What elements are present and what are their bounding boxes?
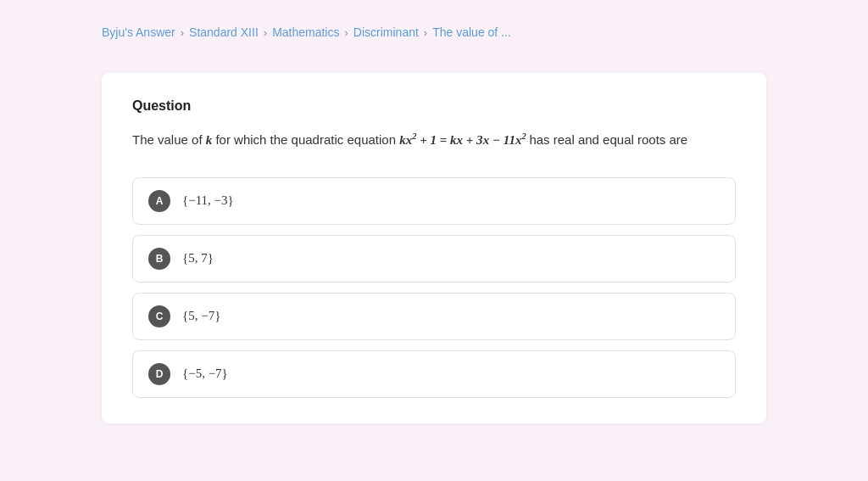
option-c[interactable]: C {5, −7}	[132, 293, 736, 340]
option-a-badge: A	[148, 190, 170, 212]
breadcrumb-sep-1: ›	[181, 26, 184, 39]
option-b-text: {5, 7}	[182, 251, 214, 266]
equation: kx2 + 1 = kx + 3x − 11x2	[399, 133, 529, 147]
breadcrumb-standard-xiii[interactable]: Standard XIII	[189, 25, 259, 39]
variable-k: k	[206, 133, 213, 147]
option-a[interactable]: A {−11, −3}	[132, 177, 736, 225]
breadcrumb-sep-3: ›	[344, 26, 348, 39]
option-a-text: {−11, −3}	[182, 193, 234, 208]
option-c-badge: C	[148, 305, 170, 327]
breadcrumb-mathematics[interactable]: Mathematics	[272, 25, 339, 39]
option-b[interactable]: B {5, 7}	[132, 235, 736, 282]
breadcrumb: Byju's Answer › Standard XIII › Mathemat…	[102, 25, 766, 39]
options-list: A {−11, −3} B {5, 7} C {5, −7} D {−5, −7…	[132, 177, 736, 398]
breadcrumb-sep-2: ›	[264, 26, 267, 39]
question-label: Question	[132, 98, 736, 114]
breadcrumb-current: The value of ...	[432, 25, 511, 39]
option-d[interactable]: D {−5, −7}	[132, 350, 736, 398]
page-container: Byju's Answer › Standard XIII › Mathemat…	[0, 0, 868, 481]
option-b-badge: B	[148, 248, 170, 270]
option-d-badge: D	[148, 363, 170, 385]
option-d-text: {−5, −7}	[182, 366, 228, 381]
breadcrumb-sep-4: ›	[424, 26, 427, 39]
breadcrumb-byjus-answer[interactable]: Byju's Answer	[102, 25, 175, 39]
option-c-text: {5, −7}	[182, 309, 220, 323]
content-card: Question The value of k for which the qu…	[102, 73, 766, 423]
question-text: The value of k for which the quadratic e…	[132, 129, 736, 152]
breadcrumb-discriminant[interactable]: Discriminant	[353, 25, 419, 39]
